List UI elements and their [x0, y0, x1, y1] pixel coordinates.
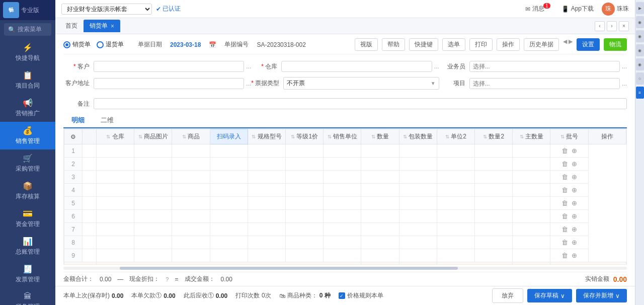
- radio-sale-order[interactable]: 销货单: [63, 40, 91, 49]
- address-input[interactable]: [94, 78, 244, 89]
- form-area: 销货单 退货单 单据日期 2023-03-18 📅 单据编号 SA-202303…: [55, 34, 635, 286]
- sidebar-item-finance[interactable]: 💳 资金管理: [0, 205, 55, 233]
- sidebar-item-inventory[interactable]: 📦 库存核算: [0, 177, 55, 205]
- table-row: 8 🗑 ⊕: [64, 236, 626, 249]
- sidebar-item-sales[interactable]: 💰 销售管理: [0, 122, 55, 149]
- row-delete-icon-8[interactable]: 🗑: [560, 239, 569, 246]
- sort-icon-su: ⇅: [328, 134, 332, 139]
- view-button[interactable]: 视版: [355, 38, 378, 51]
- note-field: 备注: [63, 96, 627, 111]
- row-copy-icon-1[interactable]: ⊕: [571, 147, 578, 155]
- app-download-button[interactable]: 📱 App下载: [561, 5, 594, 13]
- invoice-select[interactable]: 不开票 ▼: [283, 77, 439, 90]
- row-delete-icon-5[interactable]: 🗑: [560, 199, 569, 207]
- note-input[interactable]: [94, 98, 627, 109]
- right-panel-icon-1[interactable]: ▶: [636, 2, 644, 14]
- th-batch-import[interactable]: 扫码录入: [210, 129, 248, 144]
- sidebar-item-quick-nav[interactable]: ⚡ 快捷导航: [0, 39, 55, 66]
- topbar: 好业财专业版演示帐套 ✔ 已认证 ✉ 消息 1 📱 App下载 珠 珠珠: [55, 0, 635, 18]
- row-delete-icon-7[interactable]: 🗑: [560, 225, 569, 233]
- subtotal-label: 小计: [64, 262, 97, 265]
- company-selector[interactable]: 好业财专业版演示帐套: [61, 4, 152, 15]
- print-button[interactable]: 打印: [469, 38, 493, 51]
- row-copy-icon-2[interactable]: ⊕: [571, 160, 578, 168]
- customer-label: 客户: [63, 62, 94, 71]
- messages-button[interactable]: ✉ 消息 1: [525, 5, 553, 13]
- salesperson-lookup-icon[interactable]: ...: [620, 63, 627, 70]
- right-panel-icon-active[interactable]: ≡: [636, 87, 644, 99]
- sidebar-item-marketing[interactable]: 📢 营销推广: [0, 94, 55, 122]
- finance-icon: 💳: [23, 209, 33, 218]
- row-seq-9: 9: [64, 249, 83, 262]
- abandon-button[interactable]: 放弃: [492, 288, 523, 303]
- row-seq-4: 4: [64, 184, 83, 197]
- select-button[interactable]: 选单: [442, 38, 465, 51]
- sidebar-item-tax[interactable]: 🏛 税务管理: [0, 288, 55, 305]
- tab-sale-order[interactable]: 销货单 ×: [84, 20, 120, 32]
- right-panel-icon-2[interactable]: ◉: [636, 16, 644, 28]
- row-delete-icon-3[interactable]: 🗑: [560, 173, 569, 181]
- customer-lookup-icon[interactable]: ...: [244, 63, 251, 70]
- horizontal-scrollbar[interactable]: [63, 267, 627, 270]
- row-delete-icon-4[interactable]: 🗑: [560, 186, 569, 194]
- sort-icon-prod: ⇅: [182, 134, 186, 139]
- warehouse-lookup-icon[interactable]: ...: [432, 63, 439, 70]
- cert-icon: ✔: [156, 6, 161, 13]
- calendar-icon[interactable]: 📅: [209, 41, 216, 48]
- row-copy-icon-5[interactable]: ⊕: [571, 199, 578, 207]
- price-check-item[interactable]: ✓ 价格规则本单: [339, 291, 383, 300]
- discount-info-icon[interactable]: ?: [166, 276, 169, 282]
- tab-close-all-button[interactable]: ×: [619, 21, 629, 31]
- settings-button[interactable]: 设置: [577, 38, 600, 51]
- sidebar-item-purchase[interactable]: 🛒 采购管理: [0, 149, 55, 177]
- tab-home[interactable]: 首页: [61, 22, 82, 30]
- tabbar: 首页 销货单 × ‹ › ×: [55, 18, 635, 34]
- address-lookup-icon[interactable]: ...: [244, 80, 251, 87]
- project-input[interactable]: [469, 78, 620, 89]
- bottom-bar: 本单上次(保存时) 0.00 本单欠款① 0.00 此后应收① 0.00 打印次…: [55, 286, 635, 305]
- tab-next-button[interactable]: ›: [607, 21, 617, 31]
- debt-value: 0.00: [164, 292, 175, 299]
- row-copy-icon-6[interactable]: ⊕: [571, 212, 578, 220]
- right-panel-icon-6[interactable]: ☆: [636, 72, 644, 85]
- salesperson-input[interactable]: [469, 61, 620, 72]
- logistics-button[interactable]: 物流: [604, 38, 627, 51]
- history-button[interactable]: 历史单据: [524, 38, 559, 51]
- sidebar-item-ledger[interactable]: 📊 总账管理: [0, 233, 55, 260]
- tab-close-icon[interactable]: ×: [111, 23, 114, 30]
- help-button[interactable]: 帮助: [382, 38, 405, 51]
- sidebar-item-invoice[interactable]: 🧾 发票管理: [0, 260, 55, 288]
- right-panel-icon-4[interactable]: ◉: [636, 44, 644, 56]
- project-lookup-icon[interactable]: ...: [620, 80, 627, 87]
- row-copy-icon-3[interactable]: ⊕: [571, 173, 578, 181]
- row-copy-icon-7[interactable]: ⊕: [571, 225, 578, 233]
- right-panel-icon-3[interactable]: ◉: [636, 30, 644, 42]
- row-delete-icon-9[interactable]: 🗑: [560, 252, 569, 259]
- tab-detail-mingxi[interactable]: 明细: [63, 113, 93, 128]
- ops-button[interactable]: 操作: [497, 38, 520, 51]
- row-copy-icon-9[interactable]: ⊕: [571, 252, 578, 259]
- sidebar-item-project[interactable]: 📋 项目合同: [0, 66, 55, 94]
- row-delete-icon-6[interactable]: 🗑: [560, 212, 569, 220]
- radio-return-order[interactable]: 退货单: [97, 40, 124, 49]
- ledger-icon: 📊: [23, 237, 33, 246]
- warehouse-input[interactable]: 小宝仓库: [281, 61, 432, 72]
- tab-prev-button[interactable]: ‹: [595, 21, 605, 31]
- user-profile[interactable]: 珠 珠珠: [602, 3, 629, 16]
- row-delete-icon-2[interactable]: 🗑: [560, 160, 569, 168]
- row-delete-icon-1[interactable]: 🗑: [560, 147, 569, 155]
- tab-detail-2d[interactable]: 二维: [93, 113, 122, 128]
- th-settings[interactable]: ⚙: [64, 129, 83, 144]
- shortcut-button[interactable]: 快捷键: [409, 38, 438, 51]
- row-copy-icon-8[interactable]: ⊕: [571, 239, 578, 246]
- save-and-new-button[interactable]: 保存并新增 ∨: [576, 289, 627, 302]
- save-draft-button[interactable]: 保存草稿 ∨: [527, 289, 572, 302]
- search-menu[interactable]: 🔍 搜索菜单: [4, 23, 51, 36]
- row-copy-icon-4[interactable]: ⊕: [571, 186, 578, 194]
- row-seq-5: 5: [64, 197, 83, 210]
- right-panel-icon-5[interactable]: ◉: [636, 58, 644, 70]
- sort-icon-spec: ⇅: [252, 134, 256, 139]
- price-check-box[interactable]: ✓: [339, 292, 345, 299]
- sort-icon-gp: ⇅: [291, 134, 295, 139]
- customer-input[interactable]: [94, 61, 244, 72]
